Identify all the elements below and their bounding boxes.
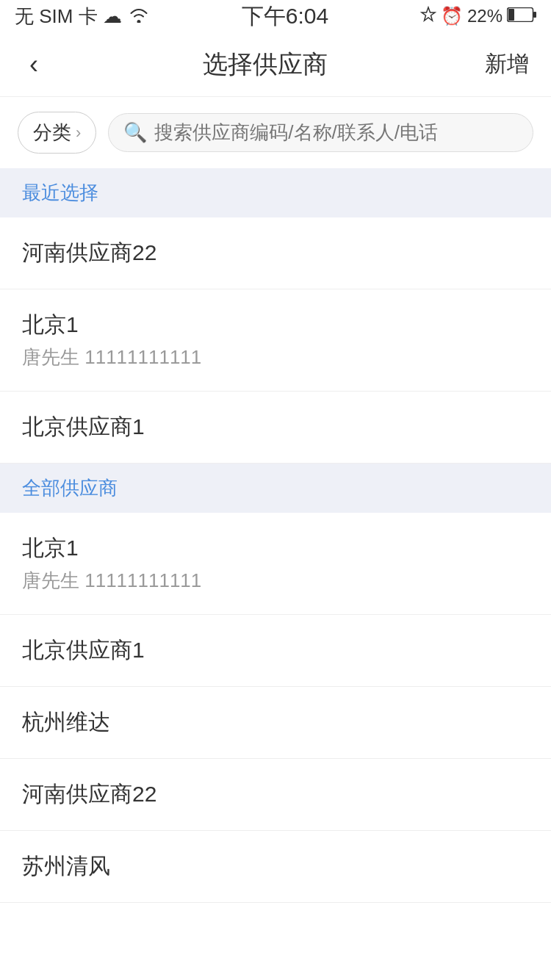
- battery-label: 22%: [467, 6, 503, 26]
- chevron-right-icon: ›: [76, 123, 81, 143]
- item-name: 北京1: [22, 310, 529, 340]
- list-item[interactable]: 北京1唐先生 11111111111: [0, 513, 551, 615]
- search-input[interactable]: [154, 121, 518, 144]
- item-sub: 唐先生 11111111111: [22, 568, 529, 594]
- page-title: 选择供应商: [203, 48, 328, 82]
- item-name: 苏州清风: [22, 851, 529, 882]
- location-icon: [420, 6, 436, 26]
- status-bar: 无 SIM 卡 ☁ 下午6:04 ⏰ 22%: [0, 0, 551, 32]
- status-time: 下午6:04: [242, 1, 328, 32]
- recent-section-header: 最近选择: [0, 168, 551, 217]
- all-list: 北京1唐先生 11111111111北京供应商1杭州维达河南供应商22苏州清风: [0, 513, 551, 903]
- status-right: ⏰ 22%: [420, 6, 536, 26]
- category-button[interactable]: 分类 ›: [18, 112, 96, 154]
- item-name: 河南供应商22: [22, 779, 529, 810]
- battery-icon: [507, 6, 536, 26]
- svg-rect-1: [533, 12, 536, 18]
- item-name: 北京1: [22, 533, 529, 563]
- sim-label: 无 SIM 卡 ☁: [15, 4, 122, 29]
- list-item[interactable]: 北京供应商1: [0, 615, 551, 687]
- item-name: 北京供应商1: [22, 635, 529, 666]
- filter-bar: 分类 › 🔍: [0, 97, 551, 168]
- wifi-icon: [128, 5, 150, 28]
- category-label: 分类: [33, 120, 71, 145]
- all-section-header: 全部供应商: [0, 464, 551, 513]
- item-name: 北京供应商1: [22, 412, 529, 442]
- search-icon: 🔍: [123, 121, 147, 144]
- add-button[interactable]: 新增: [485, 49, 529, 79]
- recent-list: 河南供应商22北京1唐先生 11111111111北京供应商1: [0, 217, 551, 464]
- list-item[interactable]: 苏州清风: [0, 831, 551, 903]
- item-name: 河南供应商22: [22, 238, 529, 268]
- nav-bar: ‹ 选择供应商 新增: [0, 32, 551, 97]
- svg-rect-2: [508, 9, 514, 21]
- list-item[interactable]: 杭州维达: [0, 687, 551, 759]
- status-left: 无 SIM 卡 ☁: [15, 4, 150, 29]
- item-name: 杭州维达: [22, 707, 529, 738]
- search-box[interactable]: 🔍: [108, 113, 533, 152]
- alarm-icon: ⏰: [441, 6, 463, 26]
- list-item[interactable]: 北京1唐先生 11111111111: [0, 289, 551, 392]
- back-button[interactable]: ‹: [22, 42, 46, 87]
- list-item[interactable]: 河南供应商22: [0, 217, 551, 289]
- item-sub: 唐先生 11111111111: [22, 345, 529, 370]
- list-item[interactable]: 河南供应商22: [0, 759, 551, 831]
- list-item[interactable]: 北京供应商1: [0, 392, 551, 464]
